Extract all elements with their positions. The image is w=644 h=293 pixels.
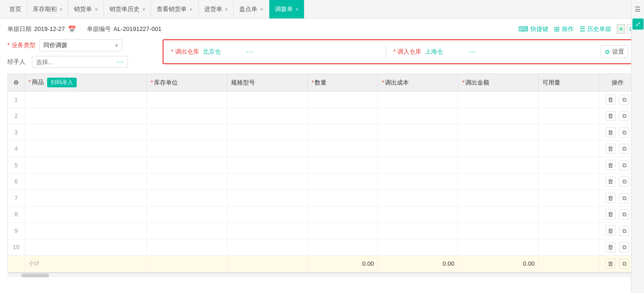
unit-cell[interactable] [147,108,227,124]
amount-cell[interactable] [458,92,539,108]
product-cell[interactable] [24,140,147,157]
tab-transfer-order[interactable]: 调拨单 × [269,0,304,18]
available-cell[interactable] [539,190,599,207]
copy-row-btn[interactable]: ⧉ [619,95,629,105]
tab-view-sales[interactable]: 查看销货单 × [151,0,198,18]
scan-button[interactable]: 扫码录入 [47,78,77,87]
spec-cell[interactable] [227,108,308,124]
tab-sales-history[interactable]: 销货单历史 × [104,0,151,18]
product-cell[interactable] [24,173,147,190]
delete-row-btn[interactable]: 🗑 [606,242,616,252]
cost-cell[interactable] [378,157,458,174]
delete-row-btn[interactable]: 🗑 [606,127,616,137]
in-warehouse-more[interactable]: ··· [468,48,476,56]
product-cell[interactable] [24,124,147,141]
product-cell[interactable] [24,206,147,223]
product-cell[interactable] [24,92,147,108]
spec-cell[interactable] [227,140,308,157]
available-cell[interactable] [539,140,599,157]
unit-cell[interactable] [147,206,227,223]
quantity-cell[interactable] [308,239,378,256]
quantity-cell[interactable] [308,173,378,190]
delete-row-btn[interactable]: 🗑 [606,94,616,104]
tab-close-transfer-order[interactable]: × [296,6,298,12]
product-cell[interactable] [24,157,147,174]
product-cell[interactable] [24,223,147,239]
tab-close-sales-history[interactable]: × [142,6,145,12]
delete-row-btn[interactable]: 🗑 [606,177,616,187]
settings-btn[interactable]: ⚙ 设置 [601,45,628,58]
tab-sales-order[interactable]: 销货单 × [68,0,103,18]
business-type-dropdown[interactable]: ▾ [115,42,118,49]
product-cell[interactable] [24,108,147,124]
cost-cell[interactable] [378,223,458,239]
out-warehouse-more[interactable]: ··· [246,48,254,56]
spec-cell[interactable] [227,223,308,239]
tab-close-sales-order[interactable]: × [95,6,97,12]
amount-cell[interactable] [458,108,539,124]
tab-close-purchase-order[interactable]: × [225,6,228,12]
amount-cell[interactable] [458,140,539,157]
delete-row-btn[interactable]: 🗑 [606,226,616,236]
cost-cell[interactable] [378,239,458,256]
spec-cell[interactable] [227,92,308,108]
col-settings-header[interactable]: ⚙ [8,74,24,92]
quantity-cell[interactable] [308,92,378,108]
copy-row-btn[interactable]: ⧉ [619,242,629,252]
copy-row-btn[interactable]: ⧉ [619,160,629,171]
available-cell[interactable] [539,173,599,190]
amount-cell[interactable] [458,124,539,141]
out-warehouse-value[interactable]: 北京仓 [203,48,240,56]
copy-row-btn[interactable]: ⧉ [619,144,629,154]
handler-more[interactable]: ··· [116,58,124,66]
spec-cell[interactable] [227,239,308,256]
spec-cell[interactable] [227,124,308,141]
available-cell[interactable] [539,206,599,223]
quantity-cell[interactable] [308,190,378,207]
available-cell[interactable] [539,108,599,124]
cost-cell[interactable] [378,92,458,108]
cost-cell[interactable] [378,140,458,157]
quantity-cell[interactable] [308,157,378,174]
copy-row-btn[interactable]: ⧉ [619,128,629,138]
in-warehouse-value[interactable]: 上海仓 [425,48,462,56]
quantity-cell[interactable] [308,223,378,239]
product-cell[interactable] [24,239,147,256]
delete-row-btn[interactable]: 🗑 [606,209,616,220]
quantity-cell[interactable] [308,108,378,124]
tab-home[interactable]: 首页 [4,0,27,18]
quantity-cell[interactable] [308,140,378,157]
quantity-cell[interactable] [308,206,378,223]
copy-row-btn[interactable]: ⧉ [619,177,629,187]
cost-cell[interactable] [378,124,458,141]
copy-row-btn[interactable]: ⧉ [619,193,629,203]
spec-cell[interactable] [227,157,308,174]
delete-row-btn[interactable]: 🗑 [606,111,616,121]
copy-btn[interactable]: ⧉ [619,259,629,269]
available-cell[interactable] [539,157,599,174]
delete-row-btn[interactable]: 🗑 [606,144,616,154]
unit-cell[interactable] [147,190,227,207]
delete-btn[interactable]: 🗑 [606,258,616,269]
tab-stock-count[interactable]: 盘点单 × [234,0,269,18]
horizontal-scrollbar[interactable] [7,273,637,277]
available-cell[interactable] [539,223,599,239]
history-btn[interactable]: ☰ 历史单据 [579,25,611,33]
tab-close-view-sales[interactable]: × [189,6,192,12]
amount-cell[interactable] [458,239,539,256]
operations-btn[interactable]: ⊞ 操作 [554,25,574,33]
spec-cell[interactable] [227,190,308,207]
unit-cell[interactable] [147,124,227,141]
unit-cell[interactable] [147,92,227,108]
date-value[interactable]: 2019-12-27 [34,25,65,32]
quantity-cell[interactable] [308,124,378,141]
available-cell[interactable] [539,124,599,141]
delete-row-btn[interactable]: 🗑 [606,160,616,170]
business-type-input-wrap[interactable]: 同价调拨 ▾ [39,39,122,51]
unit-cell[interactable] [147,223,227,239]
unit-cell[interactable] [147,140,227,157]
cost-cell[interactable] [378,190,458,207]
unit-cell[interactable] [147,173,227,190]
cost-cell[interactable] [378,206,458,223]
amount-cell[interactable] [458,157,539,174]
